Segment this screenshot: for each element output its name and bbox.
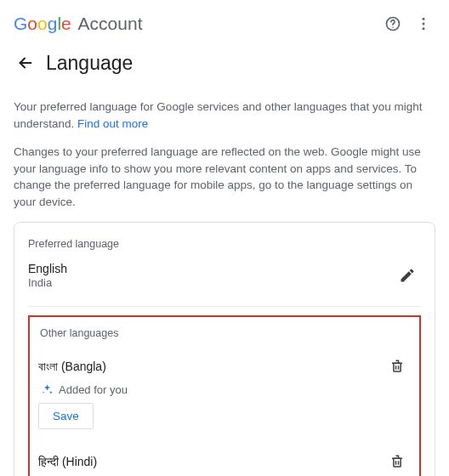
svg-rect-5	[394, 364, 401, 372]
other-language-item: বাংলা (Bangla) Added for you	[38, 353, 411, 429]
page-title: Language	[46, 52, 133, 75]
svg-point-2	[423, 18, 425, 20]
find-out-more-link[interactable]: Find out more	[77, 117, 148, 130]
language-card: Preferred language English India Other l…	[14, 222, 435, 476]
intro-paragraph-2: Changes to your preferred language are r…	[14, 144, 435, 210]
delete-trash-icon[interactable]	[384, 353, 411, 380]
other-language-name: বাংলা (Bangla)	[38, 360, 106, 374]
intro-paragraph-1: Your preferred language for Google servi…	[14, 99, 435, 132]
save-button[interactable]: Save	[38, 403, 94, 429]
other-languages-highlight: Other languages বাংলা (Bangla)	[28, 315, 421, 476]
other-languages-label: Other languages	[40, 327, 411, 339]
preferred-language-label: Preferred language	[28, 238, 421, 250]
added-for-you-label: Added for you	[59, 383, 128, 396]
sparkle-icon	[40, 382, 54, 396]
google-account-logo: Google Account	[14, 14, 143, 34]
edit-pencil-icon[interactable]	[394, 262, 421, 289]
preferred-language-name: English	[28, 262, 394, 275]
svg-point-1	[392, 26, 394, 27]
other-language-item: हिन्दी (Hindi) Added for you	[38, 448, 411, 476]
preferred-language-region: India	[28, 276, 394, 289]
help-icon[interactable]	[378, 8, 408, 39]
other-language-name: हिन्दी (Hindi)	[38, 455, 97, 469]
svg-rect-6	[394, 459, 401, 468]
svg-point-3	[423, 23, 425, 26]
back-arrow-icon[interactable]	[14, 51, 37, 75]
more-vert-icon[interactable]	[408, 8, 439, 39]
svg-point-4	[423, 27, 425, 30]
delete-trash-icon[interactable]	[384, 448, 411, 475]
